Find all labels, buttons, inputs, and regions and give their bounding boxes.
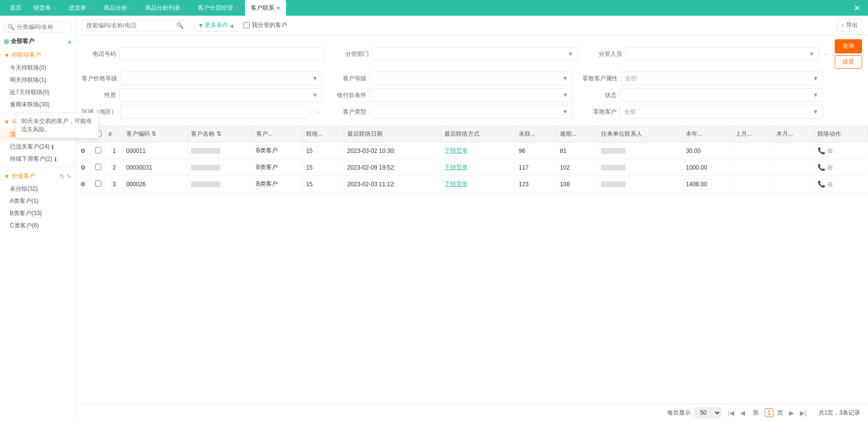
- next-page-button[interactable]: ▶: [787, 408, 796, 418]
- phone-action-icon[interactable]: 📞: [818, 164, 825, 171]
- th-this-month[interactable]: 本月...: [773, 126, 814, 143]
- customer-grade-select[interactable]: ▼: [369, 72, 573, 85]
- row-settings-icon[interactable]: ⚙: [76, 176, 91, 193]
- toolbar-search-input[interactable]: [86, 22, 174, 29]
- phone-action-icon[interactable]: 📞: [818, 180, 825, 188]
- close-tab-purchase[interactable]: ✕: [88, 5, 92, 11]
- sidebar-all-customers[interactable]: ⊞ 全部客户 «: [0, 34, 75, 49]
- sidebar-group-pending[interactable]: ▼ 待联络客户: [0, 49, 75, 62]
- th-unit-contact[interactable]: 往来单位联系人: [598, 126, 683, 143]
- close-tab-product-list[interactable]: ✕: [182, 5, 186, 11]
- th-overdue[interactable]: 逾期...: [557, 126, 598, 143]
- table-row: ⚙ 3 000026 B类客户 15 2023-02-03 11:12: 下销货…: [76, 176, 868, 193]
- person-dots[interactable]: ···: [822, 50, 831, 57]
- row-settings-icon[interactable]: ⚙: [76, 143, 91, 159]
- customer-table-container: ⚙ # 客户编码 ⇅ 客户名称 ⇅ 客户... 联络... 最: [76, 126, 868, 404]
- export-button[interactable]: ↑ 导出: [837, 19, 862, 32]
- th-this-year[interactable]: 本年...: [683, 126, 732, 143]
- grid-action-icon[interactable]: ⊞: [827, 180, 833, 188]
- sidebar-item-7days-pending[interactable]: 近7天待联络(0): [0, 86, 75, 99]
- filter-cell-status: 状态 ▼: [582, 88, 823, 102]
- sidebar-group-value[interactable]: ▼ 价值客户 ↻ ✎: [0, 170, 75, 183]
- tab-sales[interactable]: 销货单 ✕: [27, 0, 63, 16]
- first-page-button[interactable]: |◀: [725, 408, 736, 418]
- th-customer-type[interactable]: 客户...: [253, 126, 303, 143]
- query-button[interactable]: 查询: [835, 39, 862, 53]
- phone-input[interactable]: [119, 47, 325, 61]
- toolbar-search-icon[interactable]: 🔍: [176, 22, 184, 29]
- my-customers-checkbox-label[interactable]: 我分管的客户: [243, 21, 287, 29]
- row-checkbox-cell[interactable]: [91, 176, 105, 193]
- th-last-contact-date[interactable]: 最后联络日期: [344, 126, 441, 143]
- more-conditions-button[interactable]: ▼ 更多条件 ▲: [193, 19, 240, 32]
- zero-customer-select[interactable]: 全部 ▼: [620, 105, 823, 119]
- status-select[interactable]: ▼: [620, 88, 823, 102]
- prev-page-button[interactable]: ◀: [738, 408, 747, 418]
- sidebar-item-unclassified[interactable]: 未分组(32): [0, 183, 75, 195]
- th-customer-code[interactable]: 客户编码 ⇅: [123, 126, 188, 143]
- sidebar-item-overdue[interactable]: 逾期未联络(30): [0, 99, 75, 111]
- table-body: ⚙ 1 000011 B类客户 15 2023-03-02 10:30: 下销货…: [76, 143, 868, 193]
- row-last-contact-method[interactable]: 下销货单: [441, 159, 516, 176]
- tab-product-list[interactable]: 商品分析列表 ✕: [139, 0, 192, 16]
- row-checkbox[interactable]: [95, 147, 101, 153]
- sidebar-item-today-pending[interactable]: 今天待联络(0): [0, 62, 75, 74]
- grid-action-icon[interactable]: ⊞: [827, 147, 833, 154]
- th-last-month[interactable]: 上月...: [732, 126, 773, 143]
- row-settings-icon[interactable]: ⚙: [76, 159, 91, 176]
- row-action: 📞 ⊞: [814, 176, 868, 193]
- toolbar-search-box[interactable]: 🔍: [82, 20, 190, 31]
- row-checkbox-cell[interactable]: [91, 143, 105, 159]
- sidebar-item-class-a[interactable]: A类客户(1): [0, 195, 75, 207]
- last-page-button[interactable]: ▶|: [798, 408, 808, 418]
- th-uncontacted[interactable]: 未联...: [516, 126, 557, 143]
- dept-select[interactable]: ▼: [372, 47, 578, 61]
- row-checkbox[interactable]: [95, 164, 101, 170]
- sidebar-item-tomorrow-pending[interactable]: 明天待联络(1): [0, 74, 75, 86]
- region-dots[interactable]: ···: [313, 108, 322, 115]
- sidebar-search-box[interactable]: 🔍: [4, 22, 72, 32]
- sidebar-item-declining[interactable]: 持续下滑客户(2) ℹ: [0, 153, 75, 165]
- zero-attr-select[interactable]: 全部 ▼: [621, 72, 823, 85]
- row-last-contact-method[interactable]: 下销货单: [441, 176, 516, 193]
- sidebar-item-churned[interactable]: 已流失客户(24) ℹ: [0, 141, 75, 153]
- sidebar-item-class-b[interactable]: B类客户(33): [0, 207, 75, 220]
- phone-action-icon[interactable]: 📞: [818, 147, 825, 154]
- zero-attr-arrow: ▼: [813, 75, 819, 82]
- sidebar-search-input[interactable]: [17, 24, 68, 30]
- th-action: 联络动作: [814, 126, 868, 143]
- nature-select[interactable]: ▼: [119, 88, 322, 102]
- row-checkbox-cell[interactable]: [91, 159, 105, 176]
- row-last-contact-method[interactable]: 下销货单: [441, 143, 516, 159]
- tab-purchase[interactable]: 进货单 ✕: [63, 0, 98, 16]
- row-last-contact-date: 2023-02-09 19:52:: [344, 159, 441, 176]
- tab-home[interactable]: 首页: [4, 0, 27, 16]
- close-tab-sales[interactable]: ✕: [53, 5, 57, 11]
- th-last-contact-method[interactable]: 最后联络方式: [441, 126, 516, 143]
- tab-customer-tier[interactable]: 客户分层经营 ✕: [192, 0, 245, 16]
- th-contact[interactable]: 联络...: [303, 126, 344, 143]
- tab-customer-contact[interactable]: 客户联系 ✕: [245, 0, 286, 16]
- person-select[interactable]: ▼: [625, 47, 819, 61]
- close-tab-product-analysis[interactable]: ✕: [129, 5, 133, 11]
- close-tab-customer-contact[interactable]: ✕: [276, 5, 280, 11]
- settings-button[interactable]: 设置: [835, 55, 862, 69]
- region-select[interactable]: [120, 105, 311, 119]
- my-customers-checkbox[interactable]: [243, 22, 250, 28]
- row-overdue: 108: [557, 176, 598, 193]
- current-page[interactable]: 1: [765, 408, 774, 417]
- row-checkbox[interactable]: [95, 180, 101, 187]
- price-grade-select[interactable]: ▼: [120, 72, 322, 85]
- collapse-sidebar-icon[interactable]: «: [68, 38, 72, 46]
- payment-select[interactable]: ▼: [369, 88, 573, 102]
- grid-action-icon[interactable]: ⊞: [827, 164, 833, 171]
- sidebar-item-class-c[interactable]: C类客户(6): [0, 220, 75, 232]
- refresh-icon-value[interactable]: ↻: [60, 173, 65, 180]
- close-all-button[interactable]: ✕: [850, 3, 864, 13]
- close-tab-customer-tier[interactable]: ✕: [235, 5, 239, 11]
- edit-icon-value[interactable]: ✎: [67, 173, 72, 180]
- th-customer-name[interactable]: 客户名称 ⇅: [188, 126, 253, 143]
- customer-type-select[interactable]: ▼: [369, 105, 573, 119]
- tab-product-analysis[interactable]: 商品分析 ✕: [98, 0, 139, 16]
- page-size-select[interactable]: 50 100 200: [695, 407, 722, 418]
